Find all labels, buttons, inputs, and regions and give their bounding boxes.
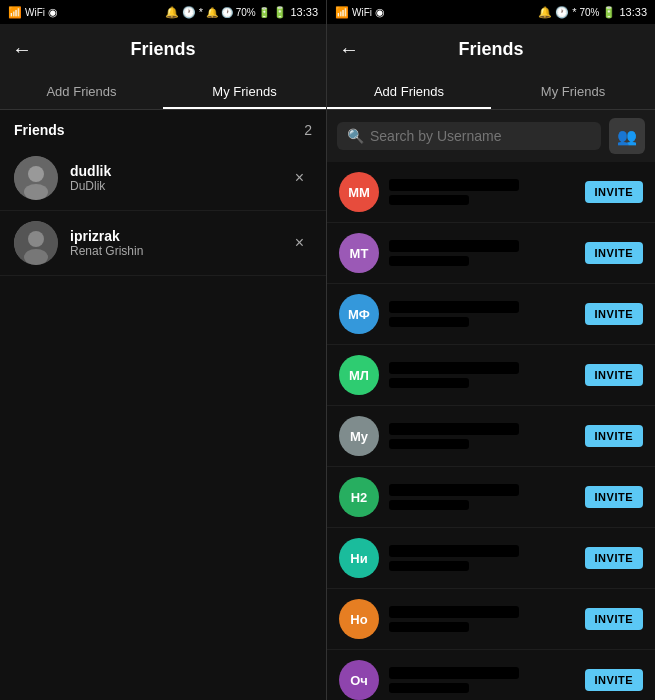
friend-info: iprizrak Renat Grishin: [70, 228, 287, 258]
svg-point-5: [24, 249, 48, 265]
contact-name-wrap: [389, 606, 585, 632]
contacts-button[interactable]: 👥: [609, 118, 645, 154]
battery-percent: 🔔 🕐 70% 🔋: [206, 7, 270, 18]
clock-icon: 🕐: [555, 6, 569, 19]
contact-name-wrap: [389, 423, 585, 449]
contact-name-wrap: [389, 301, 585, 327]
contact-name-bar: [389, 179, 519, 191]
contact-name-wrap: [389, 545, 585, 571]
bluetooth-icon: *: [199, 6, 203, 18]
contact-name-wrap: [389, 667, 585, 693]
right-status-left: 📶 WiFi ◉: [335, 6, 385, 19]
invite-button[interactable]: INVITE: [585, 303, 643, 325]
friend-item: iprizrak Renat Grishin ×: [0, 211, 326, 276]
svg-point-1: [28, 166, 44, 182]
invite-button[interactable]: INVITE: [585, 608, 643, 630]
invite-button[interactable]: INVITE: [585, 486, 643, 508]
left-header-title: Friends: [130, 39, 195, 60]
friend-username: dudlik: [70, 163, 287, 179]
friends-label: Friends: [14, 122, 65, 138]
contact-sub-bar: [389, 256, 469, 266]
svg-point-2: [24, 184, 48, 200]
search-icon: 🔍: [347, 128, 364, 144]
signal-icon: 📶: [8, 6, 22, 19]
friends-count: 2: [304, 122, 312, 138]
alarm-icon: 🔔: [538, 6, 552, 19]
contact-initials: Н2: [351, 490, 368, 505]
contact-name-wrap: [389, 362, 585, 388]
contact-initials: МТ: [350, 246, 369, 261]
left-back-button[interactable]: ←: [12, 38, 32, 61]
friend-realname: DuDlik: [70, 179, 287, 193]
contact-name-wrap: [389, 484, 585, 510]
left-tabs: Add Friends My Friends: [0, 74, 326, 110]
contact-sub-bar: [389, 378, 469, 388]
contact-sub-bar: [389, 317, 469, 327]
invite-button[interactable]: INVITE: [585, 669, 643, 691]
left-tab-add-friends[interactable]: Add Friends: [0, 74, 163, 109]
contact-item: Ни INVITE: [327, 528, 655, 589]
friend-realname: Renat Grishin: [70, 244, 287, 258]
contact-initials: МФ: [348, 307, 370, 322]
right-status-right: 🔔 🕐 * 70% 🔋 13:33: [538, 6, 647, 19]
left-tab-my-friends[interactable]: My Friends: [163, 74, 326, 109]
invite-button[interactable]: INVITE: [585, 242, 643, 264]
clock-icon: 🕐: [182, 6, 196, 19]
contact-sub-bar: [389, 500, 469, 510]
wifi-icon: WiFi: [352, 7, 372, 18]
left-header: ← Friends: [0, 24, 326, 74]
contact-initials: Но: [350, 612, 367, 627]
right-tab-my-friends[interactable]: My Friends: [491, 74, 655, 109]
contact-name-bar: [389, 545, 519, 557]
contact-avatar: Ни: [339, 538, 379, 578]
friends-section-header: Friends 2: [0, 110, 326, 146]
contact-item: МЛ INVITE: [327, 345, 655, 406]
contact-item: Оч INVITE: [327, 650, 655, 700]
right-header-title: Friends: [458, 39, 523, 60]
svg-point-4: [28, 231, 44, 247]
contact-avatar: МФ: [339, 294, 379, 334]
contact-sub-bar: [389, 683, 469, 693]
contact-avatar: ММ: [339, 172, 379, 212]
right-panel: 📶 WiFi ◉ 🔔 🕐 * 70% 🔋 13:33 ← Friends Add…: [327, 0, 655, 700]
contact-name-bar: [389, 301, 519, 313]
search-input[interactable]: [370, 128, 591, 144]
contact-initials: МЛ: [349, 368, 369, 383]
contact-item: МФ INVITE: [327, 284, 655, 345]
contact-sub-bar: [389, 195, 469, 205]
left-status-bar: 📶 WiFi ◉ 🔔 🕐 * 🔔 🕐 70% 🔋 🔋 13:33: [0, 0, 326, 24]
right-tab-add-friends[interactable]: Add Friends: [327, 74, 491, 109]
contact-item: Но INVITE: [327, 589, 655, 650]
left-status-right: 🔔 🕐 * 🔔 🕐 70% 🔋 🔋 13:33: [165, 6, 318, 19]
contact-initials: ММ: [348, 185, 370, 200]
contact-name-bar: [389, 362, 519, 374]
right-header: ← Friends: [327, 24, 655, 74]
invite-button[interactable]: INVITE: [585, 547, 643, 569]
invite-button[interactable]: INVITE: [585, 425, 643, 447]
contact-name-bar: [389, 667, 519, 679]
left-time: 13:33: [290, 6, 318, 18]
alarm-icon: 🔔: [165, 6, 179, 19]
avatar: [14, 156, 58, 200]
contact-avatar: Но: [339, 599, 379, 639]
remove-friend-button[interactable]: ×: [287, 165, 312, 191]
contact-sub-bar: [389, 622, 469, 632]
invite-button[interactable]: INVITE: [585, 181, 643, 203]
right-back-button[interactable]: ←: [339, 38, 359, 61]
invite-button[interactable]: INVITE: [585, 364, 643, 386]
left-status-left: 📶 WiFi ◉: [8, 6, 58, 19]
friend-username: iprizrak: [70, 228, 287, 244]
contact-list: ММ INVITE МТ INVITE МФ: [327, 162, 655, 700]
contact-name-wrap: [389, 240, 585, 266]
right-status-bar: 📶 WiFi ◉ 🔔 🕐 * 70% 🔋 13:33: [327, 0, 655, 24]
contact-avatar: МЛ: [339, 355, 379, 395]
contact-name-bar: [389, 240, 519, 252]
search-input-wrap: 🔍: [337, 122, 601, 150]
contacts-icon: 👥: [617, 127, 637, 146]
contact-item: МТ INVITE: [327, 223, 655, 284]
battery-percent: 70%: [579, 7, 599, 18]
contact-sub-bar: [389, 439, 469, 449]
contact-initials: Му: [350, 429, 368, 444]
friends-list: dudlik DuDlik × iprizrak Renat Grishin: [0, 146, 326, 700]
remove-friend-button[interactable]: ×: [287, 230, 312, 256]
